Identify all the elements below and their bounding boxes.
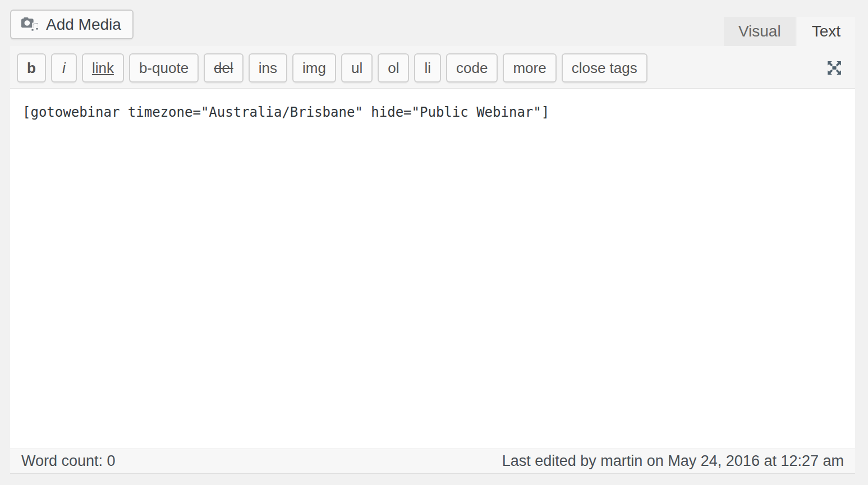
tab-text[interactable]: Text [797, 17, 855, 46]
bold-button[interactable]: b [17, 53, 46, 83]
quicktags-toolbar: b i link b-quote del ins img ul ol li co… [10, 46, 855, 89]
tab-text-label: Text [812, 22, 841, 40]
fullscreen-button[interactable] [825, 58, 844, 77]
word-count-label: Word count: [21, 452, 103, 469]
editor-status-bar: Word count: 0 Last edited by martin on M… [10, 449, 855, 474]
last-edited-text: Last edited by martin on May 24, 2016 at… [502, 452, 844, 470]
word-count-value: 0 [107, 452, 116, 469]
editor-mode-tabs: Visual Text [724, 17, 855, 46]
ol-button[interactable]: ol [378, 53, 409, 83]
editor-header: Add Media Visual Text [10, 10, 855, 46]
ul-button[interactable]: ul [341, 53, 373, 83]
fullscreen-expand-icon [825, 58, 844, 77]
code-button[interactable]: code [446, 53, 498, 83]
more-button[interactable]: more [503, 53, 556, 83]
blockquote-button[interactable]: b-quote [129, 53, 199, 83]
post-editor: Add Media Visual Text b i link b-quote d… [10, 10, 855, 474]
close-tags-button[interactable]: close tags [562, 53, 647, 83]
link-button[interactable]: link [82, 53, 124, 83]
img-button[interactable]: img [292, 53, 336, 83]
word-count: Word count: 0 [21, 452, 116, 470]
camera-music-note-icon [20, 16, 39, 33]
add-media-label: Add Media [46, 16, 121, 34]
editor-container: b i link b-quote del ins img ul ol li co… [10, 46, 855, 474]
italic-button[interactable]: i [51, 53, 77, 83]
li-button[interactable]: li [414, 53, 441, 83]
ins-button[interactable]: ins [249, 53, 287, 83]
post-content-textarea[interactable]: [gotowebinar timezone="Australia/Brisban… [10, 89, 855, 449]
add-media-button[interactable]: Add Media [10, 10, 134, 39]
tab-visual-label: Visual [738, 22, 781, 40]
del-button[interactable]: del [204, 53, 244, 83]
tab-visual[interactable]: Visual [724, 17, 796, 46]
